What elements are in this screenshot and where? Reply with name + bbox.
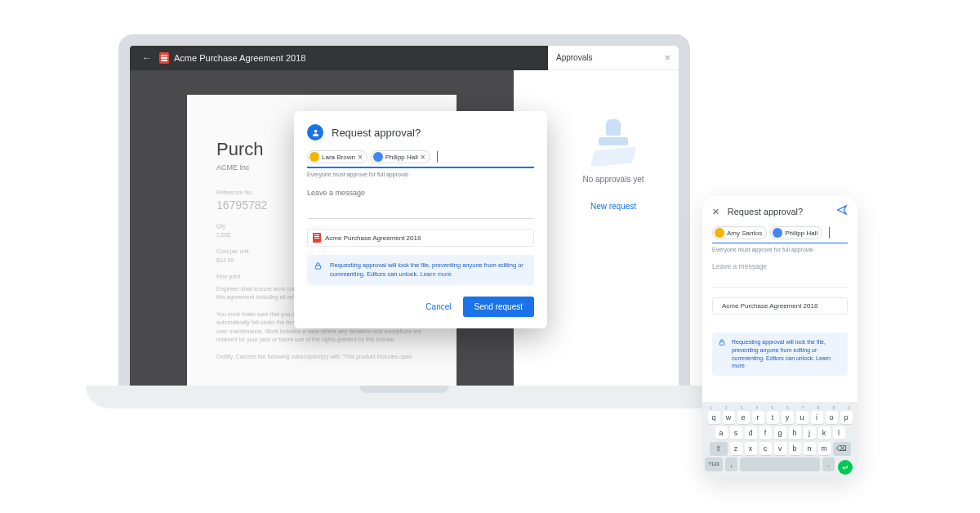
pdf-icon (159, 52, 169, 64)
attachment-chip[interactable]: Acme Purchase Agreement 2018 (307, 229, 534, 247)
phone-frame: × Request approval? Amy Santos Philipp H… (702, 196, 858, 478)
number-hints: 1234567890 (705, 405, 855, 411)
key-c[interactable]: c (760, 442, 772, 455)
comma-key[interactable]: , (725, 457, 737, 471)
key-k[interactable]: k (818, 426, 831, 439)
laptop-base (86, 386, 723, 408)
lock-icon (718, 338, 726, 370)
approver-chip[interactable]: Philipp Hall × (371, 150, 430, 163)
key-q[interactable]: q (708, 411, 720, 424)
attachment-chip[interactable]: Acme Purchase Agreement 2018 (712, 297, 848, 314)
lock-icon (314, 261, 323, 279)
doc-title: Acme Purchase Agreement 2018 (174, 53, 305, 63)
keyboard-row: ?123 , . (705, 457, 855, 471)
svg-rect-2 (719, 342, 724, 346)
approvers-input[interactable]: Amy Santos Philipp Hall (712, 226, 848, 243)
avatar (310, 152, 319, 162)
message-input[interactable] (307, 184, 534, 219)
pdf-icon (313, 233, 321, 243)
key-n[interactable]: n (804, 442, 816, 455)
text-cursor (437, 151, 438, 163)
approvers-input[interactable]: Lara Brown × Philipp Hall × (307, 150, 534, 168)
avatar (773, 228, 782, 238)
phone-header: × Request approval? (702, 196, 858, 226)
svg-point-0 (314, 129, 317, 132)
avatar (373, 152, 383, 162)
person-icon (307, 124, 323, 141)
modal-title: Request approval? (332, 127, 421, 139)
key-l[interactable]: l (833, 426, 845, 439)
key-h[interactable]: h (789, 426, 801, 439)
remove-chip-icon[interactable]: × (421, 153, 425, 162)
key-p[interactable]: p (840, 411, 853, 424)
approvals-header: Approvals × (548, 46, 679, 70)
key-u[interactable]: u (796, 411, 808, 424)
key-o[interactable]: o (826, 411, 838, 424)
svg-rect-1 (315, 265, 320, 269)
info-banner: Requesting approval will lock the file, … (307, 255, 534, 285)
remove-chip-icon[interactable]: × (358, 153, 363, 162)
key-x[interactable]: x (745, 442, 757, 455)
empty-state-text: No approvals yet (548, 175, 679, 184)
approver-chip[interactable]: Lara Brown × (307, 150, 368, 163)
approvers-hint: Everyone must approve for full approval (307, 172, 534, 177)
request-approval-modal: Request approval? Lara Brown × Philipp H… (294, 111, 547, 328)
attachment-name: Acme Purchase Agreement 2018 (325, 234, 421, 242)
key-y[interactable]: y (782, 411, 794, 424)
approver-chip[interactable]: Amy Santos (712, 226, 767, 239)
info-text: Requesting approval will lock the file, … (330, 261, 528, 279)
key-r[interactable]: r (752, 411, 764, 424)
text-cursor (829, 227, 830, 239)
backspace-key[interactable]: ⌫ (833, 442, 851, 455)
approver-chip[interactable]: Philipp Hall (770, 226, 822, 239)
key-d[interactable]: d (745, 426, 757, 439)
shift-key[interactable]: ⇧ (710, 442, 728, 455)
key-m[interactable]: m (818, 442, 831, 455)
key-w[interactable]: w (723, 411, 735, 424)
body-text: Certify. Cancels the following subscript… (216, 353, 427, 362)
close-icon[interactable]: × (664, 51, 670, 64)
approvals-panel: Approvals × No approvals yet New request (548, 46, 679, 386)
space-key[interactable] (740, 457, 820, 471)
cancel-button[interactable]: Cancel (422, 297, 454, 317)
avatar (715, 228, 724, 238)
key-j[interactable]: j (804, 426, 816, 439)
send-icon[interactable] (836, 204, 848, 218)
key-e[interactable]: e (737, 411, 750, 424)
key-f[interactable]: f (760, 426, 772, 439)
chip-label: Philipp Hall (385, 154, 418, 161)
key-v[interactable]: v (774, 442, 786, 455)
approvers-hint: Everyone must approve for full approval (712, 247, 848, 252)
key-s[interactable]: s (730, 426, 742, 439)
keyboard-row: qwertyuiop (705, 411, 855, 424)
new-request-link[interactable]: New request (548, 202, 679, 211)
phone-title: Request approval? (728, 207, 828, 216)
mode-key[interactable]: ?123 (705, 457, 723, 471)
key-i[interactable]: i (811, 411, 823, 424)
key-b[interactable]: b (789, 442, 801, 455)
period-key[interactable]: . (822, 457, 835, 471)
send-request-button[interactable]: Send request (463, 297, 535, 317)
key-t[interactable]: t (767, 411, 779, 424)
key-g[interactable]: g (774, 426, 786, 439)
chip-label: Amy Santos (727, 230, 762, 237)
close-icon[interactable]: × (712, 204, 719, 218)
soft-keyboard[interactable]: 1234567890 qwertyuiop asdfghjkl ⇧ zxcvbn… (702, 402, 858, 478)
message-input[interactable]: Leave a message (712, 257, 848, 288)
key-a[interactable]: a (715, 426, 728, 439)
approvals-title: Approvals (556, 53, 592, 62)
keyboard-row: ⇧ zxcvbnm⌫ (705, 442, 855, 455)
enter-fab[interactable]: ↵ (838, 460, 853, 475)
back-icon[interactable]: ← (141, 52, 153, 64)
keyboard-row: asdfghjkl (705, 426, 855, 439)
info-banner: Requesting approval will lock the file, … (712, 332, 848, 376)
learn-more-link[interactable]: Learn more (420, 270, 451, 278)
info-text: Requesting approval will lock the file, … (732, 338, 842, 370)
key-z[interactable]: z (730, 442, 742, 455)
attachment-name: Acme Purchase Agreement 2018 (722, 302, 817, 310)
chip-label: Philipp Hall (785, 230, 817, 237)
stamp-illustration (591, 119, 635, 163)
chip-label: Lara Brown (322, 154, 355, 161)
